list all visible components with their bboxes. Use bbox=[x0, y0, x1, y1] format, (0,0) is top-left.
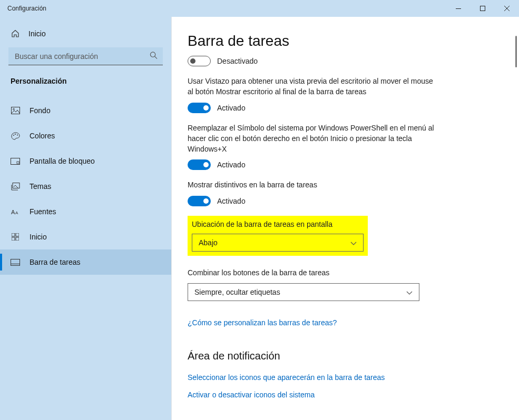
taskbar-location-setting: Ubicación de la barra de tareas en panta… bbox=[188, 216, 368, 256]
page-title: Barra de tareas bbox=[188, 33, 514, 49]
svg-point-2 bbox=[150, 52, 155, 57]
sidebar-item-bloqueo[interactable]: Pantalla de bloqueo bbox=[0, 148, 171, 174]
sidebar-item-label: Fondo bbox=[30, 106, 51, 115]
sidebar-item-label: Temas bbox=[30, 182, 51, 191]
fonts-icon: AA bbox=[11, 208, 20, 215]
svg-point-8 bbox=[17, 134, 18, 135]
svg-point-5 bbox=[13, 108, 14, 110]
svg-line-3 bbox=[155, 56, 157, 58]
svg-point-6 bbox=[13, 135, 14, 136]
svg-rect-10 bbox=[17, 162, 19, 164]
toggle-lock-label: Desactivado bbox=[217, 57, 258, 65]
help-link[interactable]: ¿Cómo se personalizan las barras de tare… bbox=[188, 318, 337, 327]
svg-rect-4 bbox=[11, 107, 19, 114]
combine-setting: Combinar los botones de la barra de tare… bbox=[188, 267, 514, 301]
chevron-down-icon bbox=[350, 238, 357, 247]
sidebar-item-inicio[interactable]: Inicio bbox=[0, 224, 171, 249]
close-icon bbox=[504, 6, 510, 11]
sidebar-item-fuentes[interactable]: AA Fuentes bbox=[0, 199, 171, 224]
setting-desc: Usar Vistazo para obtener una vista prev… bbox=[188, 76, 435, 97]
toggle-badges[interactable] bbox=[188, 196, 211, 206]
toggle-lock[interactable] bbox=[188, 56, 211, 66]
home-button[interactable]: Inicio bbox=[0, 24, 171, 47]
window-body: Inicio Personalización Fondo Colores Pan… bbox=[0, 17, 519, 420]
svg-point-7 bbox=[15, 134, 16, 135]
sidebar: Inicio Personalización Fondo Colores Pan… bbox=[0, 17, 171, 420]
svg-text:A: A bbox=[15, 211, 18, 215]
svg-text:A: A bbox=[11, 209, 15, 215]
svg-rect-1 bbox=[481, 6, 485, 11]
sidebar-section-title: Personalización bbox=[0, 77, 171, 98]
toggle-peek-label: Activado bbox=[217, 104, 246, 112]
toggle-lock-row: Desactivado bbox=[188, 56, 514, 66]
sidebar-item-fondo[interactable]: Fondo bbox=[0, 98, 171, 123]
search-wrap bbox=[8, 47, 163, 65]
taskbar-icon bbox=[11, 259, 20, 266]
search-icon bbox=[150, 52, 158, 62]
lock-screen-icon bbox=[11, 158, 20, 165]
setting-desc: Mostrar distintivos en la barra de tarea… bbox=[188, 179, 435, 190]
search-input[interactable] bbox=[8, 47, 163, 65]
svg-rect-15 bbox=[16, 233, 19, 236]
minimize-icon bbox=[456, 8, 461, 9]
palette-icon bbox=[11, 132, 20, 140]
toggle-powershell[interactable] bbox=[188, 159, 211, 170]
sidebar-item-label: Fuentes bbox=[30, 207, 56, 216]
sidebar-item-colores[interactable]: Colores bbox=[0, 123, 171, 148]
svg-rect-14 bbox=[12, 233, 15, 236]
themes-icon bbox=[11, 183, 20, 191]
combine-select[interactable]: Siempre, ocultar etiquetas bbox=[188, 283, 419, 301]
combine-label: Combinar los botones de la barra de tare… bbox=[188, 267, 435, 278]
nav: Fondo Colores Pantalla de bloqueo Temas … bbox=[0, 98, 171, 275]
location-select[interactable]: Abajo bbox=[192, 234, 364, 252]
minimize-button[interactable] bbox=[446, 0, 471, 17]
maximize-icon bbox=[480, 6, 485, 11]
scrollbar-thumb[interactable] bbox=[515, 36, 517, 67]
window-title: Configuración bbox=[0, 5, 46, 12]
setting-powershell: Reemplazar el Símbolo del sistema por Wi… bbox=[188, 123, 514, 171]
toggle-peek[interactable] bbox=[188, 103, 211, 113]
close-button[interactable] bbox=[495, 0, 519, 17]
sidebar-item-barra-tareas[interactable]: Barra de tareas bbox=[0, 249, 171, 275]
svg-rect-11 bbox=[13, 183, 19, 188]
location-value: Abajo bbox=[199, 238, 218, 247]
select-icons-link[interactable]: Seleccionar los iconos que aparecerán en… bbox=[188, 373, 385, 382]
window-controls bbox=[446, 0, 519, 17]
sidebar-item-label: Pantalla de bloqueo bbox=[30, 157, 95, 165]
toggle-powershell-label: Activado bbox=[217, 161, 246, 169]
sidebar-item-label: Inicio bbox=[30, 233, 47, 241]
home-label: Inicio bbox=[28, 29, 46, 38]
combine-value: Siempre, ocultar etiquetas bbox=[194, 288, 280, 296]
location-label: Ubicación de la barra de tareas en panta… bbox=[192, 219, 364, 229]
setting-desc: Reemplazar el Símbolo del sistema por Wi… bbox=[188, 123, 435, 155]
svg-rect-17 bbox=[16, 237, 19, 241]
home-icon bbox=[11, 29, 20, 38]
svg-rect-0 bbox=[456, 8, 461, 9]
start-icon bbox=[11, 233, 20, 241]
chevron-down-icon bbox=[406, 288, 413, 296]
notification-heading: Área de notificación bbox=[188, 350, 514, 362]
setting-badges: Mostrar distintivos en la barra de tarea… bbox=[188, 179, 514, 206]
svg-rect-16 bbox=[12, 237, 15, 241]
toggle-badges-label: Activado bbox=[217, 197, 246, 205]
sidebar-item-temas[interactable]: Temas bbox=[0, 174, 171, 199]
main-content: Barra de tareas Desactivado Usar Vistazo… bbox=[171, 17, 519, 420]
titlebar: Configuración bbox=[0, 0, 519, 17]
sidebar-item-label: Colores bbox=[30, 132, 55, 140]
sidebar-item-label: Barra de tareas bbox=[30, 258, 81, 266]
system-icons-link[interactable]: Activar o desactivar iconos del sistema bbox=[188, 391, 315, 399]
maximize-button[interactable] bbox=[471, 0, 495, 17]
svg-rect-18 bbox=[11, 259, 20, 265]
setting-peek: Usar Vistazo para obtener una vista prev… bbox=[188, 76, 514, 113]
picture-icon bbox=[11, 107, 20, 114]
